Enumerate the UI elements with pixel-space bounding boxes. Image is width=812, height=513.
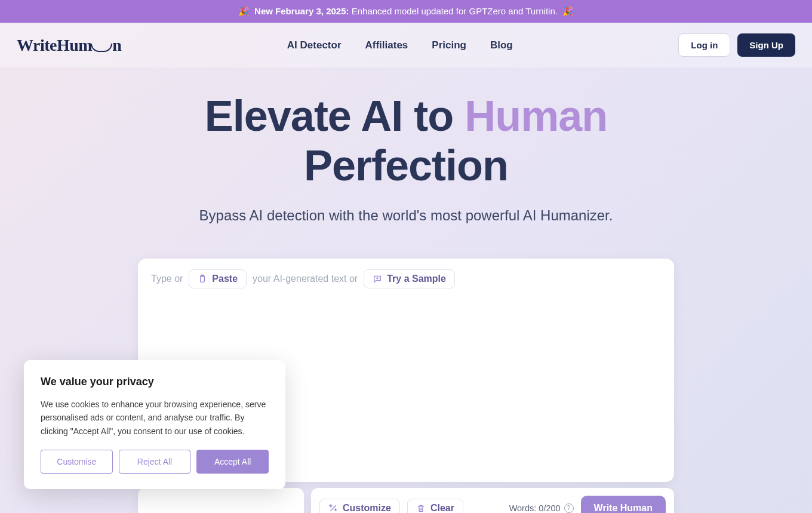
- clear-button[interactable]: Clear: [407, 499, 463, 513]
- paste-label: Paste: [212, 274, 238, 284]
- toolbar-right-panel: Customize Clear Words: 0/200 ? Write Hum…: [311, 488, 674, 513]
- nav-links: AI Detector Affiliates Pricing Blog: [287, 39, 513, 51]
- hero-title-highlight: Human: [465, 92, 607, 140]
- hero-section: Elevate AI to Human Perfection Bypass AI…: [0, 67, 812, 242]
- magic-wand-icon: [328, 503, 338, 513]
- signup-button[interactable]: Sign Up: [737, 33, 795, 57]
- nav-link-ai-detector[interactable]: AI Detector: [287, 39, 342, 51]
- customize-button[interactable]: Customize: [319, 499, 400, 513]
- hero-subtitle: Bypass AI detection with the world's mos…: [12, 207, 800, 224]
- word-count-text: Words: 0/200: [509, 503, 561, 513]
- logo-arc-icon: [91, 44, 112, 52]
- try-sample-button[interactable]: Try a Sample: [364, 269, 455, 288]
- party-emoji: 🎉: [238, 6, 250, 16]
- navbar: WriteHumn AI Detector Affiliates Pricing…: [0, 23, 812, 67]
- clear-label: Clear: [430, 503, 454, 513]
- write-human-button[interactable]: Write Human: [581, 496, 666, 513]
- announcement-bar: 🎉 New February 3, 2025: Enhanced model u…: [0, 0, 812, 23]
- toolbar-left-panel: [138, 488, 304, 513]
- help-icon[interactable]: ?: [564, 503, 574, 513]
- cookie-buttons: Customise Reject All Accept All: [41, 450, 269, 474]
- hero-title-pre: Elevate AI to: [205, 92, 465, 140]
- hero-title: Elevate AI to Human Perfection: [12, 91, 800, 191]
- message-plus-icon: [373, 274, 382, 284]
- clipboard-icon: [198, 274, 207, 284]
- word-count: Words: 0/200 ?: [509, 503, 574, 513]
- cookie-reject-button[interactable]: Reject All: [119, 450, 191, 474]
- logo-text-post: n: [112, 36, 121, 54]
- logo-text-pre: WriteHum: [17, 36, 92, 54]
- paste-button[interactable]: Paste: [189, 269, 247, 288]
- logo[interactable]: WriteHumn: [17, 36, 121, 55]
- announcement-prefix: New February 3, 2025:: [254, 6, 349, 16]
- nav-link-blog[interactable]: Blog: [490, 39, 513, 51]
- cookie-title: We value your privacy: [41, 376, 269, 388]
- customize-label: Customize: [343, 503, 391, 513]
- announcement-message: Enhanced model updated for GPTZero and T…: [352, 6, 558, 16]
- toolbar-row: Customize Clear Words: 0/200 ? Write Hum…: [138, 488, 674, 513]
- editor-prompt-row: Type or Paste your AI-generated text or …: [151, 269, 661, 288]
- cookie-body: We use cookies to enhance your browsing …: [41, 398, 269, 438]
- login-button[interactable]: Log in: [678, 33, 730, 57]
- nav-link-pricing[interactable]: Pricing: [432, 39, 466, 51]
- nav-buttons: Log in Sign Up: [678, 33, 795, 57]
- cookie-banner: We value your privacy We use cookies to …: [24, 360, 285, 489]
- trash-icon: [416, 503, 426, 513]
- hero-title-post: Perfection: [304, 142, 508, 189]
- cookie-customise-button[interactable]: Customise: [41, 450, 113, 474]
- party-emoji: 🎉: [562, 6, 574, 16]
- cookie-accept-button[interactable]: Accept All: [196, 450, 269, 474]
- prompt-text-1: Type or: [151, 274, 183, 284]
- prompt-text-2: your AI-generated text or: [253, 274, 358, 284]
- nav-link-affiliates[interactable]: Affiliates: [365, 39, 408, 51]
- sample-label: Try a Sample: [387, 274, 446, 284]
